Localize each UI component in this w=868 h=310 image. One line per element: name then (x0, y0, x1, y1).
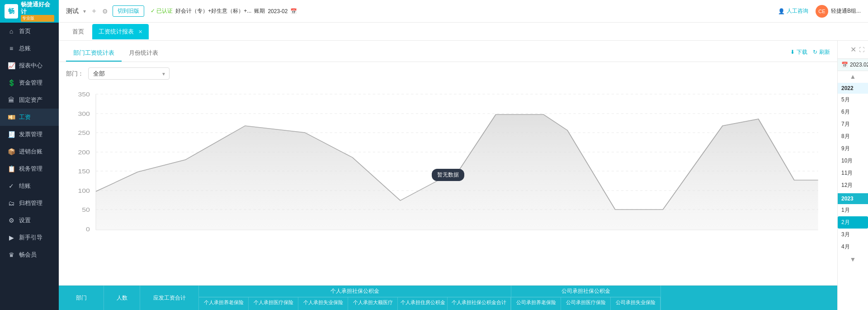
th-company-medical: 公司承担医疗保险 (561, 297, 611, 310)
topbar-dropdown-arrow[interactable]: ▾ (83, 8, 86, 14)
download-button[interactable]: ⬇ 下载 (790, 48, 807, 56)
topbar-add-button[interactable]: ＋ (90, 6, 98, 16)
year-2023-group: 2023 1月 2月 3月 4月 (838, 192, 868, 254)
subtabs: 部门工资统计表 月份统计表 ⬇ 下载 ↻ 刷新 (59, 41, 837, 62)
month-2022-12[interactable]: 12月 (838, 179, 868, 191)
table-area: 部门 人数 应发工资合计 个人承担社保公积金 个人承担养老保险 个人承担医疗保险… (59, 285, 837, 310)
month-2023-03[interactable]: 3月 (838, 229, 868, 241)
funds-icon: 💲 (7, 79, 15, 86)
logo-badge: 专业版 (21, 15, 54, 22)
th-company-group: 公司承担社保公积金 公司承担养老保险 公司承担医疗保险 公司承担失业保险 (511, 286, 661, 310)
sidebar-label-home: 首页 (19, 27, 31, 35)
year-2022-group: 2022 5月 6月 7月 8月 9月 10月 11月 12月 (838, 82, 868, 192)
th-personal-housing: 个人承担住房公积金 (398, 297, 448, 310)
sidebar-item-archive[interactable]: 🗂 归档管理 (0, 195, 59, 212)
panel-expand-button[interactable]: ⛶ (859, 47, 864, 53)
service-button[interactable]: 👤 人工咨询 (778, 7, 808, 15)
th-personal-pension: 个人承担养老保险 (199, 297, 249, 310)
sidebar-item-purchase[interactable]: 📦 进销台账 (0, 143, 59, 160)
svg-text:50: 50 (82, 207, 90, 213)
month-2023-02[interactable]: 2月 (838, 216, 868, 229)
sidebar-item-salary[interactable]: 💴 工资 (0, 109, 59, 126)
sidebar-label-salary: 工资 (19, 113, 31, 121)
panel-close-button[interactable]: ✕ (850, 45, 856, 54)
svg-text:100: 100 (78, 188, 90, 194)
sidebar-item-ledger[interactable]: ≡ 总账 (0, 40, 59, 57)
th-personal-total: 个人承担社保公积金合计 (448, 297, 511, 310)
date-nav-up[interactable]: ▲ (838, 71, 868, 82)
month-2023-01[interactable]: 1月 (838, 204, 868, 216)
month-2022-06[interactable]: 6月 (838, 106, 868, 118)
sidebar-item-settings[interactable]: ⚙ 设置 (0, 212, 59, 229)
th-dept: 部门 (59, 286, 104, 310)
th-personal-group: 个人承担社保公积金 个人承担养老保险 个人承担医疗保险 个人承担失业保险 个人承… (199, 286, 511, 310)
reports-icon: 📈 (7, 62, 15, 69)
svg-text:250: 250 (78, 130, 90, 136)
switch-old-version-button[interactable]: 切到旧版 (113, 5, 144, 17)
tab-home[interactable]: 首页 (66, 24, 90, 39)
chart-tooltip: 暂无数据 (432, 169, 464, 181)
svg-text:300: 300 (78, 111, 90, 117)
th-personal-medical: 个人承担医疗保险 (249, 297, 298, 310)
guide-icon: ▶ (7, 234, 15, 241)
content-area: 部门工资统计表 月份统计表 ⬇ 下载 ↻ 刷新 (59, 41, 868, 310)
sidebar-item-settlement[interactable]: ✓ 结账 (0, 177, 59, 195)
dept-select-wrap: 全部 (88, 67, 170, 80)
topbar: 测试 ▾ ＋ ⚙ 切到旧版 ✓ 已认证 好会计（专）+好生意（标）+... 账期… (59, 0, 868, 23)
sidebar-item-funds[interactable]: 💲 资金管理 (0, 74, 59, 91)
sidebar-label-settings: 设置 (19, 216, 31, 224)
month-2023-04[interactable]: 4月 (838, 241, 868, 253)
sidebar-item-member[interactable]: ♛ 畅会员 (0, 246, 59, 263)
th-personal-group-label: 个人承担社保公积金 (199, 286, 511, 297)
month-2022-11[interactable]: 11月 (838, 167, 868, 179)
sidebar-item-assets[interactable]: 🏛 固定资产 (0, 91, 59, 109)
sidebar-item-guide[interactable]: ▶ 新手引导 (0, 229, 59, 246)
sidebar: 畅 畅捷通好会计 专业版 ⌂ 首页 ≡ 总账 📈 报表中心 💲 资金管理 🏛 固… (0, 0, 59, 310)
sidebar-label-tax: 税务管理 (19, 165, 42, 173)
main-area: 测试 ▾ ＋ ⚙ 切到旧版 ✓ 已认证 好会计（专）+好生意（标）+... 账期… (59, 0, 868, 310)
month-2022-08[interactable]: 8月 (838, 130, 868, 143)
filterbar: 部门： 全部 (59, 62, 837, 85)
month-2022-09[interactable]: 9月 (838, 143, 868, 155)
month-2022-07[interactable]: 7月 (838, 118, 868, 130)
salary-chart: 350 300 250 200 150 100 50 0 (66, 90, 830, 243)
refresh-button[interactable]: ↻ 刷新 (813, 48, 830, 56)
sidebar-label-archive: 归档管理 (19, 199, 42, 207)
svg-text:150: 150 (78, 168, 90, 175)
sidebar-item-home[interactable]: ⌂ 首页 (0, 23, 59, 40)
member-icon: ♛ (7, 251, 15, 258)
year-2023-label[interactable]: 2023 (838, 193, 868, 204)
content-main: 部门工资统计表 月份统计表 ⬇ 下载 ↻ 刷新 (59, 41, 837, 310)
tab-close-button[interactable]: ✕ (138, 29, 142, 34)
ledger-icon: ≡ (7, 45, 15, 52)
calendar-icon[interactable]: 📅 (290, 8, 297, 14)
sidebar-label-member: 畅会员 (19, 251, 37, 259)
subtab-dept[interactable]: 部门工资统计表 (66, 45, 122, 62)
assets-icon: 🏛 (7, 96, 15, 104)
sidebar-item-invoice[interactable]: 🧾 发票管理 (0, 126, 59, 143)
th-personal-major-medical: 个人承担大额医疗 (348, 297, 398, 310)
month-2022-05[interactable]: 5月 (838, 94, 868, 106)
archive-icon: 🗂 (7, 200, 15, 207)
user-menu[interactable]: CE 轻捷通B组... (816, 5, 861, 18)
dept-filter-label: 部门： (66, 70, 84, 78)
subtab-monthly[interactable]: 月份统计表 (122, 45, 165, 62)
dept-select[interactable]: 全部 (88, 67, 170, 80)
th-personal-group-cols: 个人承担养老保险 个人承担医疗保险 个人承担失业保险 个人承担大额医疗 个人承担… (199, 297, 511, 310)
year-2022-label[interactable]: 2022 (838, 83, 868, 94)
topbar-title: 测试 (66, 7, 79, 15)
refresh-icon: ↻ (813, 49, 817, 55)
service-icon: 👤 (778, 8, 785, 14)
date-current: 📅 2023.02 (838, 59, 868, 71)
sidebar-label-purchase: 进销台账 (19, 148, 42, 156)
tab-salary-report[interactable]: 工资统计报表 ✕ (92, 24, 149, 39)
svg-text:0: 0 (86, 226, 90, 233)
month-2022-10[interactable]: 10月 (838, 155, 868, 167)
topbar-right: 👤 人工咨询 CE 轻捷通B组... (778, 5, 861, 18)
topbar-settings-button[interactable]: ⚙ (102, 8, 108, 15)
sidebar-label-assets: 固定资产 (19, 96, 42, 104)
sidebar-item-reports[interactable]: 📈 报表中心 (0, 57, 59, 74)
sidebar-item-tax[interactable]: 📋 税务管理 (0, 160, 59, 177)
date-nav-down[interactable]: ▼ (838, 254, 868, 265)
settlement-icon: ✓ (7, 182, 15, 190)
